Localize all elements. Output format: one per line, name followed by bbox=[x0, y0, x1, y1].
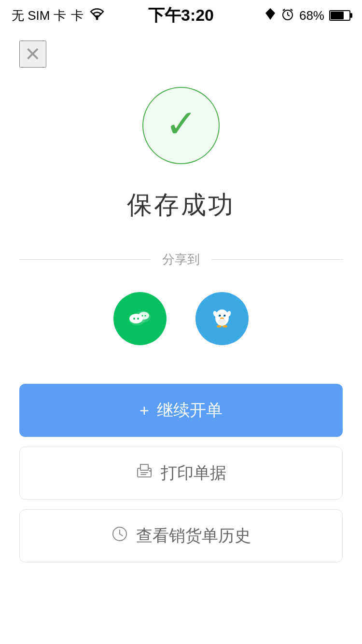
svg-point-0 bbox=[96, 17, 98, 20]
close-button[interactable]: ✕ bbox=[19, 41, 46, 68]
action-buttons-container: + 继续开单 打印单据 bbox=[19, 384, 343, 562]
status-left: 无 SIM 卡 卡 bbox=[12, 7, 106, 24]
history-button[interactable]: 查看销货单历史 bbox=[19, 509, 343, 562]
main-content: ✕ ✓ 保存成功 分享到 bbox=[0, 31, 362, 591]
share-divider: 分享到 bbox=[19, 251, 343, 268]
success-icon-circle: ✓ bbox=[142, 87, 220, 164]
print-label: 打印单据 bbox=[161, 462, 226, 484]
print-icon bbox=[136, 462, 153, 484]
close-icon: ✕ bbox=[25, 44, 41, 64]
location-icon bbox=[265, 7, 276, 24]
no-sim-label: 无 SIM 卡 bbox=[12, 7, 66, 24]
svg-point-10 bbox=[137, 318, 139, 320]
share-wechat-button[interactable] bbox=[113, 292, 167, 345]
history-label: 查看销货单历史 bbox=[136, 525, 251, 547]
share-label: 分享到 bbox=[151, 251, 211, 268]
divider-line-right bbox=[211, 259, 343, 260]
svg-line-3 bbox=[288, 15, 290, 16]
continue-order-button[interactable]: + 继续开单 bbox=[19, 384, 343, 437]
alarm-icon bbox=[281, 7, 294, 24]
print-button[interactable]: 打印单据 bbox=[19, 447, 343, 500]
svg-rect-26 bbox=[140, 472, 148, 473]
battery-percent: 68% bbox=[299, 8, 324, 23]
status-right: 68% bbox=[265, 7, 350, 24]
status-time: 下午3:20 bbox=[148, 4, 214, 27]
share-buttons-container bbox=[113, 292, 249, 345]
svg-point-20 bbox=[217, 325, 222, 328]
svg-point-22 bbox=[218, 319, 226, 324]
svg-point-12 bbox=[141, 315, 143, 316]
sim-card-label: 卡 bbox=[71, 7, 84, 24]
battery-icon bbox=[329, 10, 350, 21]
plus-icon: + bbox=[139, 401, 149, 420]
svg-point-9 bbox=[133, 318, 135, 320]
divider-line-left bbox=[19, 259, 151, 260]
svg-line-5 bbox=[291, 9, 292, 11]
clock-icon bbox=[111, 525, 128, 546]
svg-rect-28 bbox=[140, 464, 148, 470]
svg-point-11 bbox=[139, 312, 149, 320]
svg-point-13 bbox=[144, 315, 146, 316]
share-qq-button[interactable] bbox=[195, 292, 249, 345]
svg-point-18 bbox=[224, 315, 225, 316]
svg-point-17 bbox=[220, 315, 221, 316]
svg-rect-29 bbox=[149, 470, 151, 472]
svg-line-4 bbox=[283, 9, 285, 11]
svg-rect-27 bbox=[140, 474, 146, 475]
status-bar: 无 SIM 卡 卡 下午3:20 bbox=[0, 0, 362, 31]
svg-line-32 bbox=[120, 534, 123, 536]
svg-point-21 bbox=[223, 325, 227, 328]
continue-order-label: 继续开单 bbox=[157, 399, 223, 421]
success-title: 保存成功 bbox=[127, 188, 235, 222]
checkmark-icon: ✓ bbox=[165, 105, 197, 143]
wifi-icon bbox=[88, 7, 106, 24]
